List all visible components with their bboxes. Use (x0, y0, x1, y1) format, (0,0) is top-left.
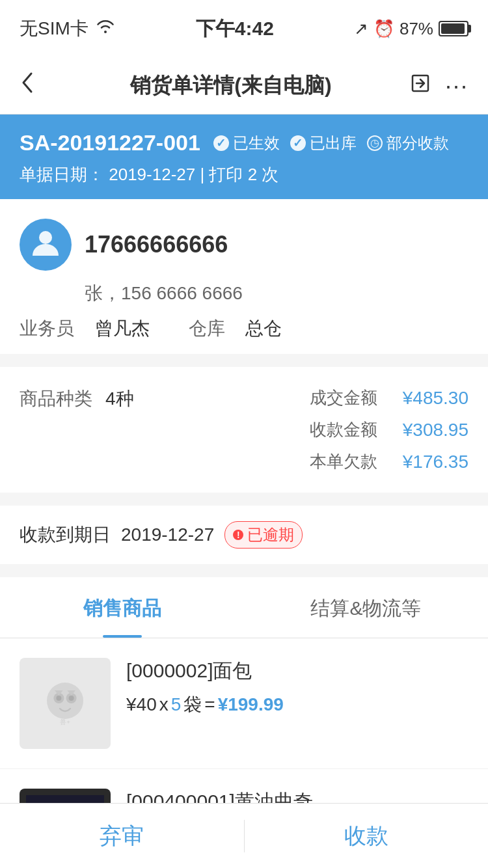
svg-point-6 (69, 696, 74, 701)
status-bar: 无SIM卡 下午4:42 ↗ ⏰ 87% (0, 0, 488, 57)
nav-actions: ··· (403, 72, 468, 100)
bottom-bar: 弃审 收款 (0, 803, 488, 868)
due-date-value: 2019-12-27 (121, 524, 214, 545)
tab-products[interactable]: 销售商品 (0, 577, 244, 638)
received-amount-row: 收款金额 ¥308.95 (310, 418, 468, 441)
print-separator: | (200, 165, 209, 184)
product-qty-1: 5 (171, 694, 182, 715)
cancel-button[interactable]: 弃审 (0, 808, 244, 864)
badge-effective: ✓ 已生效 (213, 133, 280, 154)
amounts: 成交金额 ¥485.30 收款金额 ¥308.95 本单欠款 ¥176.35 (310, 387, 468, 473)
order-date-value: 2019-12-27 (109, 165, 195, 184)
summary-section: 商品种类 4种 成交金额 ¥485.30 收款金额 ¥308.95 本单欠款 ¥… (0, 367, 488, 493)
order-header: SA-20191227-001 ✓ 已生效 ✓ 已出库 ◷ 部分收款 单据日期：… (0, 115, 488, 199)
product-price-row-1: ¥40 x 5 袋 = ¥199.99 (126, 692, 468, 717)
page-title: 销货单详情(来自电脑) (59, 72, 403, 100)
avatar (20, 219, 72, 271)
due-date-label: 收款到期日 (20, 522, 111, 547)
print-label: 打印 (209, 165, 243, 184)
badge-partial: ◷ 部分收款 (367, 133, 449, 154)
deal-amount-label: 成交金额 (310, 387, 377, 409)
due-date-section: 收款到期日 2019-12-27 ! 已逾期 (0, 506, 488, 564)
carrier-text: 无SIM卡 (20, 16, 88, 41)
price-separator-1: x (159, 694, 169, 715)
product-name-1: [0000002]面包 (126, 658, 468, 685)
svg-point-2 (47, 683, 83, 719)
product-types: 商品种类 4种 (20, 387, 134, 411)
received-label: 收款金额 (310, 418, 377, 441)
location-icon: ↗ (354, 19, 368, 39)
sales-meta: 业务员 曾凡杰 (20, 316, 150, 341)
order-date-row: 单据日期： 2019-12-27 | 打印 2 次 (20, 163, 468, 186)
wifi-icon (95, 18, 116, 39)
battery-icon (439, 21, 468, 36)
time-display: 下午4:42 (196, 16, 274, 42)
user-icon (30, 226, 61, 264)
tabs-row: 销售商品 结算&物流等 (0, 577, 488, 638)
check-icon-shipped: ✓ (290, 135, 306, 151)
more-icon[interactable]: ··· (445, 72, 468, 100)
confirm-button[interactable]: 收款 (245, 808, 489, 864)
print-unit: 次 (262, 165, 278, 184)
tabs-section: 销售商品 结算&物流等 (0, 577, 488, 638)
equals-1: = (204, 694, 215, 715)
check-icon-effective: ✓ (213, 135, 229, 151)
debt-label: 本单欠款 (310, 450, 377, 473)
product-info-1: [0000002]面包 ¥40 x 5 袋 = ¥199.99 (126, 658, 468, 717)
warehouse-meta: 仓库 总仓 (189, 316, 282, 341)
product-types-value: 4种 (105, 387, 134, 411)
nav-bar: 销货单详情(来自电脑) ··· (0, 57, 488, 115)
deal-amount-value: ¥485.30 (390, 388, 468, 409)
warehouse-label: 仓库 (189, 318, 225, 338)
customer-name: 张，156 6666 6666 (85, 281, 468, 306)
overdue-label: 已逾期 (247, 524, 294, 545)
product-price-1: ¥40 (126, 694, 157, 715)
warehouse-value: 总仓 (245, 318, 282, 338)
svg-point-5 (56, 696, 61, 701)
customer-id-row: 17666666666 (20, 219, 468, 271)
debt-value: ¥176.35 (390, 452, 468, 472)
back-button[interactable] (20, 70, 59, 102)
status-left: 无SIM卡 (20, 16, 116, 41)
product-total-1: ¥199.99 (218, 694, 284, 715)
clock-icon: ◷ (367, 135, 383, 151)
received-value: ¥308.95 (390, 420, 468, 441)
deal-amount-row: 成交金额 ¥485.30 (310, 387, 468, 409)
product-types-label: 商品种类 (20, 387, 92, 411)
customer-meta: 业务员 曾凡杰 仓库 总仓 (20, 316, 468, 341)
date-label: 单据日期： (20, 165, 104, 184)
order-id: SA-20191227-001 (20, 130, 200, 156)
sales-value: 曾凡杰 (95, 318, 150, 338)
sales-label: 业务员 (20, 318, 74, 338)
debt-amount-row: 本单欠款 ¥176.35 (310, 450, 468, 473)
product-unit-1: 袋 (183, 692, 202, 717)
badge-shipped: ✓ 已出库 (290, 133, 357, 154)
share-icon[interactable] (409, 72, 432, 100)
overdue-badge: ! 已逾期 (224, 521, 303, 549)
battery-percent: 87% (400, 19, 433, 39)
svg-text:兽+: 兽+ (60, 718, 70, 726)
product-thumbnail-1: 兽+ (20, 658, 111, 749)
order-badges: ✓ 已生效 ✓ 已出库 ◷ 部分收款 (213, 133, 449, 154)
alarm-icon: ⏰ (373, 19, 394, 39)
customer-phone: 17666666666 (85, 231, 228, 258)
customer-section: 17666666666 张，156 6666 6666 业务员 曾凡杰 仓库 总… (0, 199, 488, 354)
print-count: 2 (248, 165, 257, 184)
overdue-icon: ! (233, 530, 243, 540)
status-right: ↗ ⏰ 87% (354, 19, 468, 39)
product-item: 兽+ [0000002]面包 ¥40 x 5 袋 = ¥199.99 (0, 638, 488, 769)
tab-settlement[interactable]: 结算&物流等 (244, 577, 488, 638)
svg-point-1 (39, 231, 52, 244)
